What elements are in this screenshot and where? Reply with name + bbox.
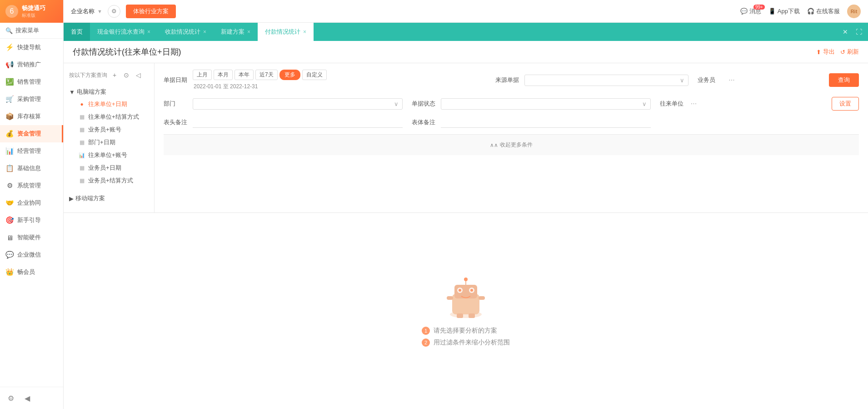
doc-status-select[interactable]: ∨	[441, 98, 651, 110]
scheme-item-label: 往来单位+账号	[88, 151, 127, 159]
sidebar-item-collab[interactable]: 🤝 企业协同	[0, 194, 63, 212]
mobile-category-toggle[interactable]: ▶ 移动端方案	[69, 192, 149, 204]
tab-payment[interactable]: 付款情况统计 ×	[258, 23, 314, 41]
tab-home[interactable]: 首页	[64, 23, 90, 41]
body-note-field: 表体备注	[412, 117, 651, 128]
content-area: 付款情况统计(往来单位+日期) ⬆ 导出 ↺ 刷新 按	[64, 41, 868, 409]
tab-bank[interactable]: 现金银行流水查询 ×	[90, 23, 158, 41]
guide-icon: 🎯	[5, 216, 14, 224]
doc-status-select-arrow: ∨	[642, 101, 647, 107]
desktop-category-toggle[interactable]: ▼ 电脑端方案	[69, 86, 149, 98]
tip-num-1: 1	[422, 327, 430, 335]
search-icon: 🔍	[5, 27, 13, 34]
svg-rect-11	[457, 313, 463, 318]
tab-receipt[interactable]: 收款情况统计 ×	[158, 23, 214, 41]
sidebar-item-label: 畅会员	[17, 268, 35, 276]
scheme-item-staff-settle[interactable]: ▦ 业务员+结算方式	[76, 174, 149, 187]
tab-new-scheme[interactable]: 新建方案 ×	[214, 23, 258, 41]
close-all-tabs-btn[interactable]: ✕	[840, 26, 851, 37]
sidebar-item-marketing[interactable]: 📢 营销推广	[0, 56, 63, 73]
message-icon: 💬	[740, 8, 748, 15]
doc-status-field: 单据状态 ∨	[412, 98, 651, 110]
service-label: 在线客服	[816, 7, 840, 15]
topbar-settings-btn[interactable]: ⚙	[108, 5, 120, 18]
export-btn[interactable]: ⬆ 导出	[816, 48, 835, 56]
date-this-month-btn[interactable]: 本月	[214, 70, 233, 80]
desktop-scheme-category: ▼ 电脑端方案 ● 往来单位+日期 ▦ 往来单位+结算方式	[64, 83, 154, 190]
svg-rect-10	[479, 296, 485, 300]
source-select[interactable]: ∨	[524, 75, 689, 86]
scheme-item-dept-date[interactable]: ▦ 部门+日期	[76, 136, 149, 149]
sidebar-item-member[interactable]: 👑 畅会员	[0, 263, 63, 281]
body-note-input[interactable]	[441, 117, 651, 128]
sidebar-item-label: 智能硬件	[17, 233, 41, 242]
sidebar-item-label: 资金管理	[17, 130, 41, 138]
sidebar-collapse-btn[interactable]: ◀	[21, 392, 34, 404]
scheme-item-staff-account[interactable]: ▦ 业务员+账号	[76, 123, 149, 136]
date-7days-btn[interactable]: 近7天	[255, 70, 278, 80]
date-this-year-btn[interactable]: 本年	[234, 70, 254, 80]
sidebar-item-quick-nav[interactable]: ⚡ 快捷导航	[0, 39, 63, 56]
sidebar-item-sales[interactable]: 💹 销售管理	[0, 73, 63, 91]
head-note-label: 表头备注	[164, 118, 189, 126]
sidebar-item-basic[interactable]: 📋 基础信息	[0, 160, 63, 177]
sidebar-settings-btn[interactable]: ⚙	[5, 392, 17, 404]
sidebar-item-guide[interactable]: 🎯 新手引导	[0, 212, 63, 229]
sidebar-search[interactable]: 🔍 搜索菜单	[0, 23, 63, 39]
body-note-label: 表体备注	[412, 118, 437, 126]
sidebar-item-label: 系统管理	[17, 182, 41, 190]
scheme-item-party-settle[interactable]: ▦ 往来单位+结算方式	[76, 111, 149, 123]
sidebar-item-purchase[interactable]: 🛒 采购管理	[0, 91, 63, 108]
scheme-item-party-account[interactable]: 📊 往来单位+账号	[76, 149, 149, 162]
scheme-settings-btn[interactable]: ⊙	[122, 71, 131, 80]
tab-receipt-label: 收款情况统计	[165, 28, 200, 36]
head-note-input[interactable]	[193, 117, 403, 128]
scheme-header: 按以下方案查询 + ⊙ ◁	[64, 69, 154, 83]
workspace-name: 企业名称	[71, 7, 95, 15]
sidebar-item-operation[interactable]: 📊 经营管理	[0, 142, 63, 160]
scheme-sidebar: 按以下方案查询 + ⊙ ◁ ▼ 电脑端方案 ● 往来单位	[64, 63, 155, 212]
scheme-item-staff-date[interactable]: ▦ 业务员+日期	[76, 162, 149, 174]
refresh-btn[interactable]: ↺ 刷新	[840, 48, 859, 56]
scheme-item-icon: ▦	[78, 113, 85, 121]
user-avatar[interactable]: Rit	[847, 5, 861, 18]
maximize-btn[interactable]: ⛶	[853, 26, 864, 37]
sidebar-item-label: 库存核算	[17, 112, 41, 121]
settings-btn[interactable]: 设置	[832, 97, 859, 111]
dept-select[interactable]: ∨	[193, 98, 403, 110]
trial-btn[interactable]: 体验行业方案	[126, 5, 176, 18]
scheme-item-party-date[interactable]: ● 往来单位+日期	[76, 98, 149, 111]
tabbar-actions: ✕ ⛶	[840, 26, 868, 37]
party-dots[interactable]: ···	[689, 100, 698, 108]
tip-text-1: 请先选择要分析的方案	[434, 327, 497, 335]
workspace-selector[interactable]: 企业名称 ▼	[71, 7, 102, 15]
online-service-btn[interactable]: 🎧 在线客服	[807, 7, 840, 15]
date-custom-btn[interactable]: 自定义	[302, 70, 327, 80]
mobile-scheme-category: ▶ 移动端方案	[64, 190, 154, 207]
app-download-btn[interactable]: 📱 App下载	[768, 7, 800, 15]
filter-row-3: 表头备注 表体备注	[164, 117, 859, 128]
scheme-item-label: 部门+日期	[88, 138, 115, 146]
tab-bank-close[interactable]: ×	[147, 29, 150, 35]
query-btn[interactable]: 查询	[829, 73, 859, 87]
sidebar-item-inventory[interactable]: 📦 库存核算	[0, 108, 63, 125]
staff-dots[interactable]: ···	[727, 76, 736, 84]
date-last-month-btn[interactable]: 上月	[193, 70, 212, 80]
scheme-item-label: 业务员+账号	[88, 126, 121, 134]
tab-new-scheme-close[interactable]: ×	[247, 29, 250, 35]
scheme-collapse-btn[interactable]: ◁	[134, 71, 143, 80]
source-field: 来源单据 ∨	[495, 75, 689, 86]
tab-payment-close[interactable]: ×	[303, 29, 306, 35]
scheme-add-btn[interactable]: +	[110, 71, 119, 80]
date-more-btn[interactable]: 更多	[279, 70, 300, 80]
sidebar-item-wechat[interactable]: 💬 企业微信	[0, 246, 63, 263]
tab-receipt-close[interactable]: ×	[203, 29, 206, 35]
sidebar-item-capital[interactable]: 💰 资金管理	[0, 125, 63, 142]
scheme-item-label: 业务员+日期	[88, 164, 121, 172]
message-btn[interactable]: 💬 消息 99+	[740, 7, 761, 15]
scheme-item-active-icon: ●	[78, 101, 85, 108]
sidebar-item-system[interactable]: ⚙ 系统管理	[0, 177, 63, 194]
dept-field: 部门 ∨	[164, 98, 403, 110]
collapse-conditions-btn[interactable]: ∧∧ 收起更多条件	[490, 138, 533, 151]
sidebar-item-hardware[interactable]: 🖥 智能硬件	[0, 229, 63, 246]
